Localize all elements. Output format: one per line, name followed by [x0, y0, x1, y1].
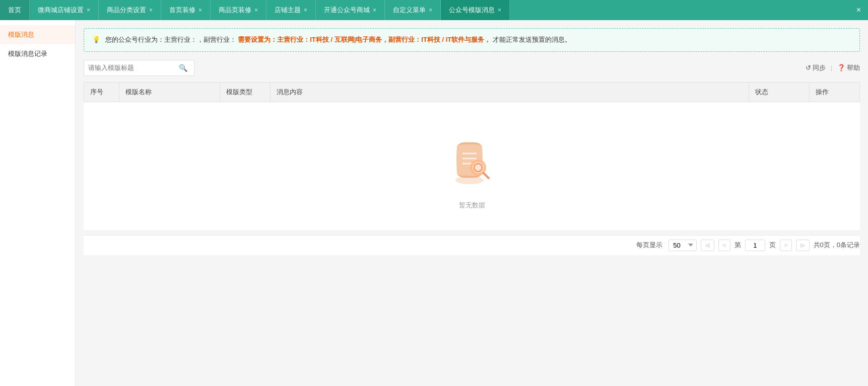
tab-bar: 首页 微商城店铺设置 × 商品分类设置 × 首页装修 × 商品页装修 × 店铺主… — [0, 0, 868, 20]
notice-box: 💡 您的公众号行业为：主营行业：，副营行业： 需要设置为：主营行业：IT科技 /… — [84, 28, 860, 52]
empty-text: 暂无数据 — [84, 201, 860, 210]
search-actions: ↺ 同步 | ❓ 帮助 — [806, 63, 860, 72]
notice-suffix: 才能正常发送预置的消息。 — [493, 36, 571, 43]
per-page-select[interactable]: 50 10 20 100 — [669, 240, 697, 251]
tab-template-msg[interactable]: 公众号模版消息 × — [441, 0, 510, 20]
close-icon[interactable]: × — [198, 7, 202, 14]
col-name: 模版名称 — [119, 82, 220, 102]
tab-label: 公众号模版消息 — [449, 6, 495, 15]
tab-home[interactable]: 首页 — [0, 0, 30, 20]
tab-label: 微商城店铺设置 — [38, 6, 84, 15]
tab-product-decor[interactable]: 商品页装修 × — [211, 0, 266, 20]
col-content: 消息内容 — [271, 82, 749, 102]
sidebar-item-template-msg[interactable]: 模版消息 — [0, 25, 75, 44]
data-table: 序号 模版名称 模版类型 消息内容 状态 操作 — [84, 82, 860, 230]
notice-prefix: 您的公众号行业为：主营行业：，副营行业： — [105, 36, 236, 43]
main-layout: 模版消息 模版消息记录 💡 您的公众号行业为：主营行业：，副营行业： 需要设置为… — [0, 20, 868, 386]
tab-label: 首页 — [8, 6, 21, 15]
col-type: 模版类型 — [220, 82, 271, 102]
close-icon[interactable]: × — [429, 7, 432, 14]
empty-icon — [442, 132, 502, 193]
table-container: 序号 模版名称 模版类型 消息内容 状态 操作 — [84, 82, 860, 230]
tab-product-category[interactable]: 商品分类设置 × — [99, 0, 161, 20]
per-page-label: 每页显示 — [636, 241, 662, 250]
close-icon[interactable]: × — [149, 7, 153, 14]
help-icon: ❓ — [837, 64, 845, 71]
search-input[interactable] — [88, 64, 179, 71]
notice-icon: 💡 — [92, 36, 100, 43]
notice-highlight: 需要设置为：主营行业：IT科技 / 互联网|电子商务，副营行业：IT科技 / I… — [238, 36, 491, 43]
sidebar-item-template-record[interactable]: 模版消息记录 — [0, 44, 75, 63]
content-area: 💡 您的公众号行业为：主营行业：，副营行业： 需要设置为：主营行业：IT科技 /… — [76, 20, 868, 386]
tab-label: 商品分类设置 — [107, 6, 146, 15]
search-input-wrap: 🔍 — [84, 60, 194, 76]
col-action: 操作 — [810, 82, 860, 102]
tab-home-decor[interactable]: 首页装修 × — [161, 0, 211, 20]
help-label: 帮助 — [847, 63, 860, 72]
tab-store-theme[interactable]: 店铺主题 × — [266, 0, 316, 20]
table-scroll[interactable]: 序号 模版名称 模版类型 消息内容 状态 操作 — [84, 82, 860, 230]
tab-label: 自定义菜单 — [393, 6, 426, 15]
close-icon[interactable]: × — [498, 7, 501, 14]
close-icon[interactable]: × — [254, 7, 258, 14]
sidebar: 模版消息 模版消息记录 — [0, 20, 76, 386]
first-page-button[interactable]: ⊲ — [701, 240, 714, 251]
search-bar: 🔍 ↺ 同步 | ❓ 帮助 — [84, 60, 860, 76]
last-page-button[interactable]: ⊳ — [796, 240, 810, 251]
sync-label: 同步 — [813, 63, 826, 72]
search-icon[interactable]: 🔍 — [179, 64, 187, 72]
close-all-button[interactable]: × — [849, 0, 868, 20]
close-icon[interactable]: × — [87, 7, 90, 14]
col-seq: 序号 — [84, 82, 119, 102]
tab-label: 店铺主题 — [275, 6, 301, 15]
divider: | — [831, 64, 832, 71]
svg-line-6 — [484, 173, 489, 178]
prev-page-button[interactable]: < — [718, 240, 730, 251]
next-page-button[interactable]: > — [780, 240, 792, 251]
empty-state: 暂无数据 — [84, 102, 860, 230]
col-status: 状态 — [749, 82, 810, 102]
sync-button[interactable]: ↺ 同步 — [806, 63, 826, 72]
tab-label: 首页装修 — [169, 6, 195, 15]
tab-label: 开通公众号商城 — [324, 6, 370, 15]
sync-icon: ↺ — [806, 64, 811, 71]
close-icon[interactable]: × — [304, 7, 307, 14]
pagination-bar: 每页显示 50 10 20 100 ⊲ < 第 页 > ⊳ 共0页，0条记录 — [84, 235, 860, 255]
help-button[interactable]: ❓ 帮助 — [837, 63, 860, 72]
close-icon[interactable]: × — [373, 7, 376, 14]
page-label: 第 — [735, 241, 741, 250]
tab-open-mall[interactable]: 开通公众号商城 × — [316, 0, 385, 20]
page-number-input[interactable] — [745, 240, 765, 251]
page-suffix: 页 — [769, 241, 776, 250]
total-info: 共0页，0条记录 — [814, 241, 860, 250]
tab-wsc-settings[interactable]: 微商城店铺设置 × — [30, 0, 99, 20]
tab-label: 商品页装修 — [219, 6, 251, 15]
tab-custom-menu[interactable]: 自定义菜单 × — [385, 0, 441, 20]
